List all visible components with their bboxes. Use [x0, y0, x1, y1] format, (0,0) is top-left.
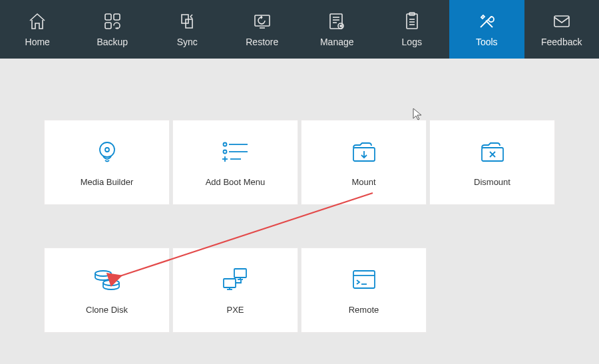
- tool-media-builder[interactable]: Media Builder: [44, 120, 170, 205]
- nav-label: Manage: [320, 37, 354, 47]
- tool-mount[interactable]: Mount: [301, 120, 427, 205]
- svg-rect-9: [407, 14, 417, 29]
- nav-item-sync[interactable]: Sync: [150, 0, 225, 59]
- svg-point-16: [105, 148, 109, 152]
- remote-icon: [349, 266, 379, 293]
- nav-label: Feedback: [541, 37, 582, 47]
- tool-label: Media Builder: [81, 177, 134, 187]
- top-nav: Home Backup Sync: [0, 0, 599, 59]
- nav-label: Sync: [177, 37, 198, 47]
- nav-item-backup[interactable]: Backup: [75, 0, 150, 59]
- nav-label: Backup: [97, 37, 128, 47]
- home-icon: [27, 11, 47, 31]
- svg-point-19: [223, 150, 226, 153]
- tool-add-boot-menu[interactable]: Add Boot Menu: [172, 120, 298, 205]
- tool-label: Clone Disk: [86, 305, 128, 315]
- nav-item-logs[interactable]: Logs: [375, 0, 450, 59]
- clone-disk-icon: [93, 266, 122, 293]
- nav-item-feedback[interactable]: Feedback: [524, 0, 600, 59]
- tool-label: Add Boot Menu: [206, 177, 266, 187]
- media-builder-icon: [93, 138, 122, 165]
- add-boot-menu-icon: [221, 138, 250, 165]
- svg-rect-37: [353, 271, 375, 288]
- svg-rect-1: [114, 14, 120, 20]
- tools-panel: Media Builder Add Boot Menu: [0, 59, 599, 333]
- nav-item-restore[interactable]: Restore: [225, 0, 300, 59]
- svg-point-15: [100, 142, 114, 157]
- tool-clone-disk[interactable]: Clone Disk: [44, 248, 170, 333]
- mount-icon: [349, 138, 379, 165]
- tool-label: PXE: [226, 305, 244, 315]
- svg-rect-31: [234, 269, 246, 277]
- tools-icon: [477, 11, 497, 31]
- tool-pxe[interactable]: PXE: [172, 248, 298, 333]
- nav-label: Logs: [402, 37, 422, 47]
- svg-rect-34: [224, 279, 236, 287]
- manage-icon: [327, 11, 347, 31]
- svg-point-30: [103, 280, 119, 285]
- logs-icon: [402, 11, 422, 31]
- nav-item-tools[interactable]: Tools: [449, 0, 524, 59]
- tool-label: Mount: [351, 177, 375, 187]
- nav-item-home[interactable]: Home: [0, 0, 75, 59]
- svg-point-17: [223, 142, 226, 146]
- tool-grid: Media Builder Add Boot Menu: [44, 120, 555, 333]
- sync-icon: [177, 11, 197, 31]
- row-gap: [44, 208, 555, 245]
- feedback-icon: [552, 11, 572, 31]
- backup-icon: [102, 11, 122, 31]
- svg-point-29: [95, 271, 111, 276]
- svg-rect-0: [105, 14, 111, 20]
- tool-dismount[interactable]: Dismount: [429, 120, 555, 205]
- tool-label: Remote: [349, 305, 379, 315]
- tool-remote[interactable]: Remote: [301, 248, 427, 333]
- nav-label: Restore: [246, 37, 278, 47]
- nav-label: Home: [25, 37, 50, 47]
- nav-item-manage[interactable]: Manage: [300, 0, 375, 59]
- pxe-icon: [221, 266, 250, 293]
- dismount-icon: [478, 138, 507, 165]
- svg-rect-14: [554, 16, 569, 27]
- restore-icon: [252, 11, 272, 31]
- svg-rect-2: [105, 23, 111, 29]
- nav-label: Tools: [476, 37, 498, 47]
- tool-label: Dismount: [474, 177, 510, 187]
